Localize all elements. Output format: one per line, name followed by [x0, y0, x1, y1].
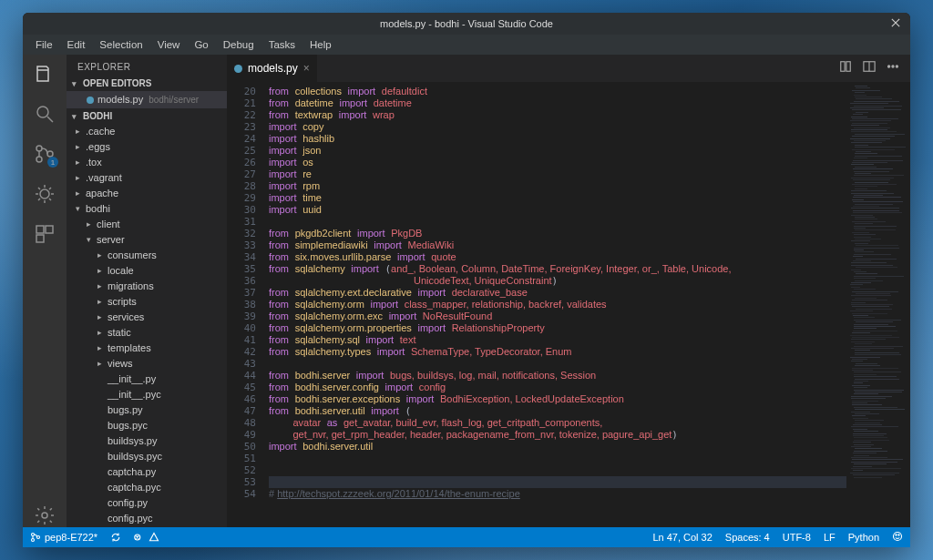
workspace-header[interactable]: BODHI: [67, 108, 227, 124]
file-config-py[interactable]: config.py: [67, 495, 227, 511]
tab-models-py[interactable]: models.py ×: [227, 55, 318, 82]
status-branch[interactable]: pep8-E722*: [30, 532, 97, 543]
svg-rect-6: [46, 226, 53, 233]
svg-rect-5: [36, 226, 44, 233]
compare-icon[interactable]: [839, 60, 852, 76]
folder-bodhi[interactable]: ▾bodhi: [67, 201, 227, 217]
folder-server[interactable]: ▾server: [67, 232, 227, 248]
code-content[interactable]: from collections import defaultdict from…: [269, 82, 846, 527]
folder-templates[interactable]: ▸templates: [67, 341, 227, 356]
svg-point-16: [32, 539, 35, 542]
editor-actions: [839, 55, 910, 82]
status-eol[interactable]: LF: [824, 532, 836, 543]
svg-point-2: [36, 157, 42, 162]
svg-point-15: [32, 534, 35, 536]
menu-selection[interactable]: Selection: [92, 37, 149, 52]
status-spaces[interactable]: Spaces: 4: [725, 532, 770, 543]
svg-point-12: [887, 66, 889, 67]
more-icon[interactable]: [887, 60, 899, 76]
svg-point-21: [898, 535, 899, 535]
svg-rect-9: [841, 62, 845, 72]
titlebar: models.py - bodhi - Visual Studio Code: [23, 13, 910, 35]
debug-icon[interactable]: [33, 182, 56, 206]
folder-migrations[interactable]: ▸migrations: [67, 279, 227, 294]
split-editor-icon[interactable]: [863, 60, 876, 76]
menubar: FileEditSelectionViewGoDebugTasksHelp: [23, 35, 910, 55]
menu-file[interactable]: File: [28, 37, 60, 52]
app-window: models.py - bodhi - Visual Studio Code F…: [23, 13, 910, 547]
svg-point-20: [896, 535, 897, 535]
status-feedback-icon[interactable]: [892, 531, 903, 544]
folder-apache[interactable]: ▸apache: [67, 186, 227, 201]
svg-point-19: [894, 533, 902, 541]
status-sync-icon[interactable]: [110, 532, 121, 543]
svg-point-1: [36, 146, 42, 151]
file-captcha-py[interactable]: captcha.py: [67, 464, 227, 480]
activity-bar: [23, 55, 67, 527]
svg-rect-10: [846, 62, 850, 72]
svg-point-14: [896, 66, 897, 67]
menu-edit[interactable]: Edit: [60, 37, 93, 52]
folder--tox[interactable]: ▸.tox: [67, 155, 227, 170]
menu-view[interactable]: View: [150, 37, 188, 52]
svg-point-3: [47, 151, 53, 157]
scm-icon[interactable]: [33, 142, 56, 166]
folder-services[interactable]: ▸services: [67, 310, 227, 325]
tab-bar: models.py ×: [227, 55, 910, 82]
file-tree: ▸.cache▸.eggs▸.tox▸.vagrant▸apache▾bodhi…: [67, 124, 227, 527]
status-bar: pep8-E722* Ln 47, Col 32 Spaces: 4 UTF-8…: [23, 527, 910, 547]
file-buildsys-pyc[interactable]: buildsys.pyc: [67, 449, 227, 464]
file-bugs-pyc[interactable]: bugs.pyc: [67, 418, 227, 433]
status-problems-icon[interactable]: [134, 532, 159, 543]
svg-rect-7: [36, 235, 44, 242]
extensions-icon[interactable]: [33, 222, 56, 246]
window-close-button[interactable]: [888, 15, 903, 30]
menu-help[interactable]: Help: [302, 37, 339, 52]
file---init---py[interactable]: __init__.py: [67, 372, 227, 387]
menu-tasks[interactable]: Tasks: [261, 37, 302, 52]
menu-go[interactable]: Go: [187, 37, 215, 52]
open-editors-header[interactable]: OPEN EDITORS: [67, 76, 227, 91]
folder--vagrant[interactable]: ▸.vagrant: [67, 170, 227, 186]
status-lncol[interactable]: Ln 47, Col 32: [652, 532, 712, 543]
svg-point-0: [37, 107, 48, 117]
editor[interactable]: 20 21 22 23 24 25 26 27 28 29 30 31 32 3…: [227, 82, 910, 527]
settings-gear-icon[interactable]: [33, 504, 56, 527]
minimap[interactable]: [846, 82, 910, 527]
explorer-sidebar: EXPLORER OPEN EDITORS models.py bodhi/se…: [67, 55, 227, 527]
status-language[interactable]: Python: [848, 532, 879, 543]
status-encoding[interactable]: UTF-8: [783, 532, 811, 543]
folder--cache[interactable]: ▸.cache: [67, 124, 227, 139]
svg-point-8: [42, 513, 47, 518]
editor-area: models.py × 20 21 22 23 24 25 26 27 28 2…: [227, 55, 910, 527]
file-buildsys-py[interactable]: buildsys.py: [67, 433, 227, 449]
tab-close-icon[interactable]: ×: [303, 62, 310, 75]
svg-point-13: [892, 66, 894, 67]
line-gutter: 20 21 22 23 24 25 26 27 28 29 30 31 32 3…: [227, 82, 269, 527]
file-config-pyc[interactable]: config.pyc: [67, 511, 227, 526]
file-captcha-pyc[interactable]: captcha.pyc: [67, 480, 227, 495]
folder-views[interactable]: ▸views: [67, 356, 227, 372]
file-bugs-py[interactable]: bugs.py: [67, 402, 227, 418]
menu-debug[interactable]: Debug: [216, 37, 261, 52]
folder-static[interactable]: ▸static: [67, 325, 227, 341]
svg-point-4: [40, 189, 49, 199]
folder-client[interactable]: ▸client: [67, 217, 227, 232]
search-icon[interactable]: [33, 102, 56, 126]
folder-scripts[interactable]: ▸scripts: [67, 294, 227, 310]
explorer-title: EXPLORER: [67, 55, 227, 76]
open-editor-entry[interactable]: models.py bodhi/server: [67, 91, 227, 108]
window-title: models.py - bodhi - Visual Studio Code: [380, 18, 553, 29]
file---init---pyc[interactable]: __init__.pyc: [67, 387, 227, 402]
folder-consumers[interactable]: ▸consumers: [67, 248, 227, 263]
file-icon: [234, 65, 242, 73]
folder--eggs[interactable]: ▸.eggs: [67, 139, 227, 155]
explorer-icon[interactable]: [33, 62, 56, 86]
folder-locale[interactable]: ▸locale: [67, 263, 227, 279]
